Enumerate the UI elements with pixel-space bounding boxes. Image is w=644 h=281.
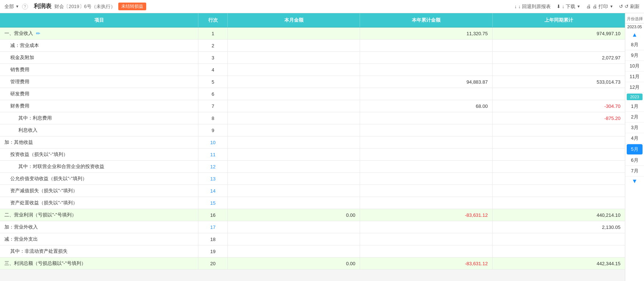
row-number: 9 [212,128,214,133]
row-item-label: 利息收入 [18,127,37,134]
month-item[interactable]: 1月 [625,101,644,112]
table-row: 其中：非流动资产处置损失19 [0,245,625,258]
row-number: 11 [210,152,215,157]
month-item[interactable]: 11月 [625,72,644,82]
row-number: 15 [210,200,215,206]
prev-amount: -875.20 [604,116,620,121]
month-sidebar: 月份选择 2023.05 ▲ 8月9月10月11月12月20231月2月3月4月… [625,13,644,281]
row-item-label: 加：营业外收入 [4,224,38,230]
download-button[interactable]: ⬇ ↓ 下载 ▼ [557,3,580,10]
months-container: 8月9月10月11月12月20231月2月3月4月5月6月7月 [625,40,644,176]
month-amount: 0.00 [346,261,355,266]
row-number: 18 [210,237,215,242]
table-area: 项目 行次 本月金额 本年累计金额 上年同期累计 一、营业收入✏111,320.… [0,13,625,281]
chevron-down-icon: ▼ [609,4,613,8]
table-row: 投资收益（损失以"-"填列）11 [0,149,625,161]
row-number: 19 [210,249,215,254]
prev-amount: 974,997.10 [597,31,620,36]
row-item-label: 一、营业收入 [4,30,33,37]
row-item-label: 其中：利息费用 [18,115,52,121]
row-number: 10 [210,140,215,145]
row-item-label: 税金及附加 [10,54,34,61]
month-amount: 0.00 [346,212,355,218]
table-row: 二、营业利润（亏损以"-"号填列）160.00-83,631.12440,214… [0,209,625,221]
month-item[interactable]: 6月 [625,155,644,166]
print-button[interactable]: 🖨 🖨 打印 ▼ [586,3,614,10]
month-item[interactable]: 10月 [625,61,644,72]
month-item[interactable]: 4月 [625,133,644,144]
top-bar-actions: ↓ ↓ 回退到原报表 ⬇ ↓ 下载 ▼ 🖨 🖨 打印 ▼ ↺ ↺ 刷新 [514,3,640,10]
table-row: 研发费用6 [0,88,625,100]
row-number: 14 [210,188,215,194]
table-row: 其中：对联营企业和合营企业的投资收益12 [0,161,625,173]
row-number: 20 [210,261,215,266]
month-item[interactable]: 5月 [627,144,643,155]
row-number: 16 [210,212,215,218]
year-amount: -83,631.12 [465,212,488,218]
month-nav-down[interactable]: ▼ [630,176,639,186]
month-item[interactable]: 9月 [625,50,644,61]
row-number: 3 [212,55,214,61]
month-item[interactable]: 12月 [625,82,644,93]
page-subtitle: 财会〔2019〕6号（未执行） [54,3,115,10]
table-row: 资产减值损失（损失以"-"填列）14 [0,185,625,197]
refresh-button[interactable]: ↺ ↺ 刷新 [619,3,640,10]
month-nav-up[interactable]: ▲ [630,30,639,40]
header-year-amt: 本年累计金额 [360,13,492,27]
header-item: 项目 [0,13,198,27]
help-icon[interactable]: ? [22,4,28,10]
top-bar: 全部 ▼ ? 利润表 财会〔2019〕6号（未执行） 未结转损益 ↓ ↓ 回退到… [0,0,644,13]
table-row: 利息收入9 [0,124,625,136]
month-item[interactable]: 8月 [625,40,644,50]
table-row: 三、利润总额（亏损总额以"-"号填列）200.00-83,631.12442,3… [0,258,625,270]
back-button[interactable]: ↓ ↓ 回退到原报表 [514,3,551,10]
month-selector-title: 月份选择 [625,15,644,23]
prev-amount: 2,130.05 [602,225,620,230]
row-item-label: 二、营业利润（亏损以"-"号填列） [4,212,76,218]
month-item[interactable]: 2月 [625,112,644,123]
row-item-label: 管理费用 [10,79,29,85]
edit-icon[interactable]: ✏ [36,30,40,36]
table-row: 减：营业外支出18 [0,233,625,245]
top-bar-left: 全部 ▼ ? 利润表 财会〔2019〕6号（未执行） 未结转损益 [4,3,146,10]
download-icon: ⬇ [557,4,561,9]
row-item-label: 减：营业外支出 [4,236,38,242]
header-row: 行次 [198,13,228,27]
prev-amount: 2,072.97 [602,55,620,61]
status-badge: 未结转损益 [118,3,146,10]
row-number: 7 [212,103,214,109]
month-item[interactable]: 7月 [625,166,644,176]
header-prev-amt: 上年同期累计 [493,13,625,27]
month-item[interactable]: 3月 [625,123,644,133]
chevron-down-icon: ▼ [15,4,19,8]
year-amount: 68.00 [476,103,488,109]
table-body: 一、营业收入✏111,320.75974,997.10减：营业成本2税金及附加3… [0,28,625,270]
row-item-label: 投资收益（损失以"-"填列） [10,151,68,158]
row-number: 2 [212,43,214,48]
row-item-label: 三、利润总额（亏损总额以"-"号填列） [4,260,86,267]
back-icon: ↓ [514,4,517,9]
row-number: 4 [212,67,214,73]
breadcrumb-all[interactable]: 全部 ▼ [4,3,19,10]
prev-amount: 440,214.10 [597,212,620,218]
table-row: 销售费用4 [0,64,625,76]
row-number: 8 [212,116,214,121]
row-number: 12 [210,164,215,169]
table-row: 税金及附加32,072.97 [0,52,625,64]
row-item-label: 资产处置收益（损失以"-"填列） [10,200,78,206]
main-content: 项目 行次 本月金额 本年累计金额 上年同期累计 一、营业收入✏111,320.… [0,13,644,281]
header-month-amt: 本月金额 [228,13,360,27]
row-number: 5 [212,79,214,85]
row-item-label: 财务费用 [10,103,29,109]
row-item-label: 其中：非流动资产处置损失 [10,248,68,255]
month-year-label: 2023.05 [626,23,644,30]
month-item[interactable]: 2023 [627,94,643,101]
refresh-icon: ↺ [619,4,623,9]
table-row: 一、营业收入✏111,320.75974,997.10 [0,28,625,40]
row-item-label: 公允价值变动收益（损失以"-"填列） [10,175,87,182]
chevron-down-icon: ▼ [577,4,580,8]
table-row: 资产处置收益（损失以"-"填列）15 [0,197,625,209]
row-item-label: 其中：对联营企业和合营企业的投资收益 [18,163,104,170]
row-number: 6 [212,91,214,97]
year-amount: 11,320.75 [467,31,488,36]
